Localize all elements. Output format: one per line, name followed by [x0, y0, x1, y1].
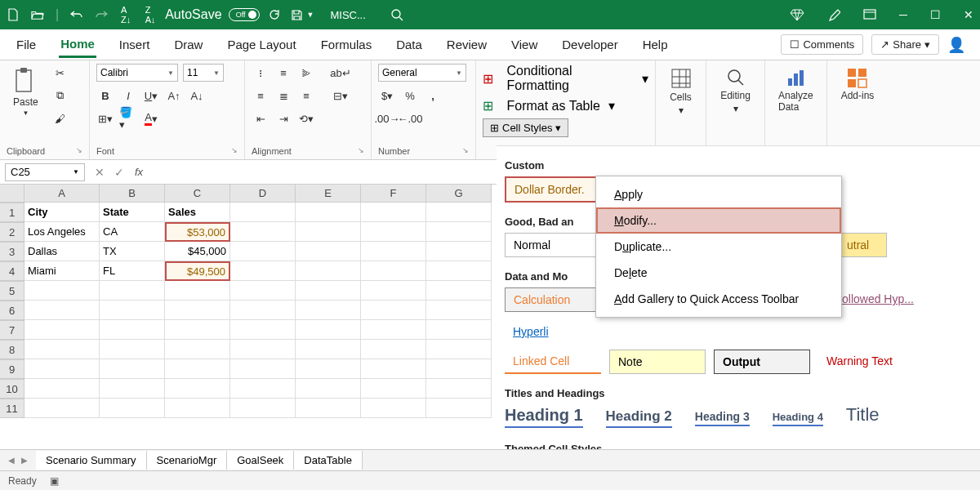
style-followed-hyperlink[interactable]: ollowed Hyp... [834, 287, 922, 312]
cell[interactable]: State [100, 203, 165, 222]
autosave-toggle[interactable]: AutoSave Off [165, 7, 259, 22]
addins-button[interactable]: Add-ins [834, 64, 881, 105]
sheet-tab[interactable]: ScenarioMgr [147, 451, 228, 470]
align-bottom-icon[interactable]: ⫸ [297, 64, 315, 82]
percent-icon[interactable]: % [401, 87, 419, 105]
row-header[interactable]: 6 [0, 301, 24, 320]
editing-button[interactable]: Editing▾ [713, 64, 758, 118]
name-box[interactable]: C25▼ [5, 163, 85, 181]
undo-icon[interactable] [70, 8, 83, 21]
cell[interactable]: Miami [24, 261, 100, 281]
context-duplicate[interactable]: Duplicate... [596, 234, 841, 260]
increase-indent-icon[interactable]: ⇥ [274, 109, 292, 127]
cell[interactable] [361, 242, 426, 261]
cell[interactable] [230, 261, 296, 281]
cell[interactable] [426, 261, 492, 281]
cell[interactable] [296, 261, 361, 281]
cell[interactable]: FL [100, 261, 165, 281]
context-delete[interactable]: Delete [596, 260, 841, 286]
cell[interactable] [426, 242, 492, 261]
copy-icon[interactable]: ⧉ [51, 87, 69, 105]
font-size-combo[interactable]: 11▼ [183, 64, 224, 82]
wrap-text-icon[interactable]: ab↵ [332, 64, 350, 82]
fx-icon[interactable]: fx [129, 166, 149, 178]
alignment-launcher-icon[interactable]: ↘ [358, 146, 364, 156]
open-folder-icon[interactable] [31, 8, 44, 21]
format-as-table-button[interactable]: ⊞ Format as Table ▾ [483, 98, 615, 114]
close-icon[interactable]: ✕ [964, 8, 973, 21]
cancel-formula-icon[interactable]: ✕ [90, 166, 109, 179]
sheet-tab[interactable]: GoalSeek [227, 451, 294, 470]
style-heading-4[interactable]: Heading 4 [773, 411, 823, 426]
cell[interactable] [426, 203, 492, 222]
style-heading-1[interactable]: Heading 1 [505, 406, 583, 428]
minimize-icon[interactable]: ─ [899, 8, 907, 21]
number-format-combo[interactable]: General▼ [378, 64, 466, 82]
style-neutral[interactable]: utral [838, 233, 887, 257]
diamond-icon[interactable] [790, 8, 804, 21]
tab-formulas[interactable]: Formulas [319, 33, 374, 56]
ribbon-display-icon[interactable] [863, 9, 876, 20]
decrease-font-icon[interactable]: A↓ [188, 87, 206, 105]
cell[interactable]: Sales [165, 203, 230, 222]
tab-home[interactable]: Home [59, 32, 96, 58]
sheet-tab[interactable]: DataTable [294, 451, 363, 470]
row-header[interactable]: 1 [0, 203, 24, 222]
col-header[interactable]: C [165, 185, 230, 203]
row-header[interactable]: 3 [0, 242, 24, 261]
style-heading-2[interactable]: Heading 2 [606, 408, 672, 428]
row-header[interactable]: 7 [0, 320, 24, 340]
font-color-icon[interactable]: A▾ [142, 109, 160, 127]
context-add-qat[interactable]: Add Gallery to Quick Access Toolbar [596, 286, 841, 312]
col-header[interactable]: F [361, 185, 426, 203]
save-dropdown-icon[interactable]: ▼ [307, 11, 314, 19]
sort-desc-icon[interactable]: ZA↓ [144, 8, 157, 21]
brush-icon[interactable] [827, 8, 840, 21]
enter-formula-icon[interactable]: ✓ [109, 166, 129, 179]
cut-icon[interactable]: ✂ [51, 64, 69, 82]
font-name-combo[interactable]: Calibri▼ [96, 64, 178, 82]
row-header[interactable]: 5 [0, 281, 24, 301]
cell[interactable]: Dallas [24, 242, 100, 261]
col-header[interactable]: B [100, 185, 165, 203]
decrease-indent-icon[interactable]: ⇤ [252, 109, 270, 127]
cell[interactable] [426, 222, 492, 242]
style-warning-text[interactable]: Warning Text [818, 350, 915, 374]
tab-file[interactable]: File [15, 33, 38, 56]
cell[interactable] [230, 203, 296, 222]
col-header[interactable]: E [296, 185, 361, 203]
tab-data[interactable]: Data [394, 33, 424, 56]
increase-font-icon[interactable]: A↑ [165, 87, 183, 105]
style-heading-3[interactable]: Heading 3 [695, 410, 750, 426]
cell[interactable] [230, 222, 296, 242]
row-header[interactable]: 9 [0, 359, 24, 379]
tab-help[interactable]: Help [641, 33, 670, 56]
tab-page-layout[interactable]: Page Layout [225, 33, 297, 56]
cell[interactable]: CA [100, 222, 165, 242]
orientation-icon[interactable]: ⟲▾ [297, 109, 315, 127]
italic-icon[interactable]: I [119, 87, 137, 105]
cell[interactable] [361, 203, 426, 222]
fill-color-icon[interactable]: 🪣▾ [119, 109, 137, 127]
select-all-corner[interactable] [0, 185, 24, 203]
sheet-prev-icon[interactable]: ◀ [8, 456, 15, 465]
tab-draw[interactable]: Draw [172, 33, 204, 56]
cell-styles-button[interactable]: ⊞ Cell Styles ▾ [483, 118, 568, 137]
conditional-formatting-button[interactable]: ⊞ Conditional Formatting ▾ [483, 64, 648, 93]
cell[interactable]: Los Angeles [24, 222, 100, 242]
cell[interactable] [296, 222, 361, 242]
tab-review[interactable]: Review [445, 33, 488, 56]
accounting-icon[interactable]: $▾ [378, 87, 396, 105]
align-middle-icon[interactable]: ≡ [274, 64, 292, 82]
tab-developer[interactable]: Developer [560, 33, 619, 56]
clipboard-launcher-icon[interactable]: ↘ [76, 146, 82, 156]
increase-decimal-icon[interactable]: .00→ [378, 109, 396, 127]
style-hyperlink[interactable]: Hyperli [505, 320, 557, 343]
align-center-icon[interactable]: ≣ [274, 87, 292, 105]
row-header[interactable]: 4 [0, 261, 24, 281]
cell[interactable] [361, 261, 426, 281]
tab-insert[interactable]: Insert [118, 33, 152, 56]
new-file-icon[interactable] [7, 8, 20, 21]
sheet-next-icon[interactable]: ▶ [21, 456, 28, 465]
align-left-icon[interactable]: ≡ [252, 87, 270, 105]
